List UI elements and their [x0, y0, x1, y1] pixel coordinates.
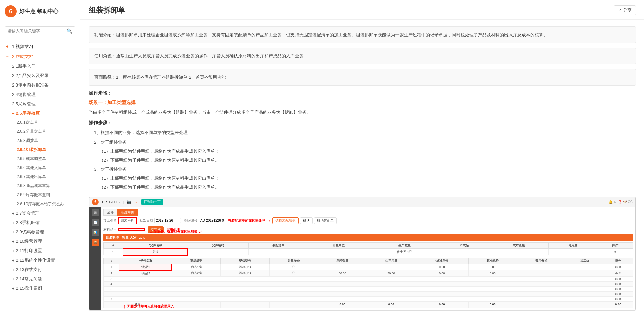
sidebar-item-video[interactable]: + 1.视频学习 — [0, 42, 80, 52]
plus-icon-faq: + — [12, 277, 15, 282]
sidebar-item-ledger-query[interactable]: 2.6.9库存账本查询 — [0, 190, 80, 200]
ltd-code1: 商品1编 — [172, 264, 220, 270]
share-button[interactable]: ↗ 分享 — [614, 5, 636, 15]
app-left-sidebar: ⊞ 📄 📊 📦 — [89, 207, 101, 310]
ltd-child-name2: *商品2 — [119, 270, 172, 277]
app-tab-new[interactable]: 新建单据 — [117, 209, 138, 216]
ltd-num4: 4 — [104, 281, 119, 286]
app-annotation2-text: 组装业务、拆卸业务在这里切换 — [150, 229, 197, 234]
sidebar-item-cases[interactable]: + 2.15操作案例 — [0, 284, 80, 293]
ltd-uqty2: 30:00 — [318, 270, 367, 277]
sidebar-item-finance[interactable]: + 2.7资金管理 — [0, 209, 80, 218]
table-row: 6 ⊕ ⊗ — [104, 291, 633, 296]
plus-icon: + — [5, 44, 10, 49]
app-tabs: 全部 新建单据 — [103, 209, 633, 216]
ltd-unit1: 只 — [269, 264, 318, 270]
scene1-title: 场景一：加工类型选择 — [89, 100, 636, 106]
sidebar-item-beginner[interactable]: 2.1新手入门 — [0, 62, 80, 71]
app-field-date: 批次日期 — [140, 218, 181, 223]
sidebar-item-cost-recalc[interactable]: 2.6.8商品成本重算 — [0, 181, 80, 190]
table-totals-row: 合计 0.00 0.06 0.00 0.00 — [104, 301, 633, 308]
sidebar-item-coupon[interactable]: + 2.9优惠券管理 — [0, 227, 80, 237]
intro-block-1: 功能介绍：组装拆卸单用来处理企业组装或拆卸等加工业务，支持有固定装配清单的产品加… — [89, 26, 636, 43]
ltd-sprice1: 0.00 — [416, 264, 468, 270]
search-button[interactable]: 🔍 — [67, 28, 72, 34]
ltd-total-action: 0.00 — [603, 301, 633, 308]
sidebar-item-print[interactable]: + 2.11打印设置 — [0, 246, 80, 256]
ltd-total-empty2 — [221, 301, 269, 308]
sidebar-item-data-prep[interactable]: 2.3使用前数据准备 — [0, 80, 80, 90]
lth-num: # — [104, 258, 119, 264]
app-sidebar-home-icon: ⊞ — [92, 209, 99, 216]
step2-2: （2）下部明细为子件明细，最终作为原材料生成其它出库单。 — [89, 156, 636, 165]
lth-prod-qty: 生产用量 — [367, 258, 416, 264]
sidebar-item-mobile[interactable]: + 2.8手机旺铺 — [0, 218, 80, 227]
sidebar-item-assembly[interactable]: 2.6.4组装拆卸单 — [0, 145, 80, 154]
plus-icon-print: + — [12, 248, 15, 254]
app-tab-list[interactable]: 全部 — [103, 209, 117, 216]
th-avail: 可用量 — [549, 242, 597, 249]
td-bom-cell — [248, 249, 309, 255]
ltd-action5: ⊕ ⊗ — [603, 286, 633, 291]
step3-2: （2）下部明细为子件明细，最终作为产成品生成其它入库单。 — [89, 183, 636, 192]
ltd-num1: 1 — [104, 264, 119, 270]
app-field-orderid-input[interactable] — [199, 218, 225, 223]
plus-icon-personalize: + — [12, 258, 15, 263]
app-field-type-label: 加工类型 — [103, 218, 117, 223]
sidebar-item-payment[interactable]: + 2.13在线支付 — [0, 265, 80, 274]
sidebar-item-faq[interactable]: + 2.14常见问题 — [0, 274, 80, 284]
app-upper-table: # *父件名称 父件编码 装配清单 计量单位 生产数量 产成品 成本金额 可用量 — [103, 242, 633, 256]
ltd-child-name3 — [119, 276, 172, 281]
sidebar-item-install[interactable]: 2.2产品安装及登录 — [0, 71, 80, 80]
step2: 2、对于组装业务 — [89, 138, 636, 147]
search-box: 🔍 — [5, 26, 75, 35]
page-title: 组装拆卸单 — [89, 5, 125, 15]
ltd-action3: ⊕ ⊗ — [603, 276, 633, 281]
ltd-pqty1 — [367, 264, 416, 270]
ltd-total-v1: 0.00 — [318, 301, 367, 308]
app-field-orderid: 单据编号 — [184, 218, 225, 223]
sidebar-item-help-docs[interactable]: − 2.帮助文档 — [0, 52, 80, 62]
ltd-empty3 — [172, 276, 603, 281]
sidebar-item-sales[interactable]: 2.4销售管理 — [0, 90, 80, 99]
logo-text: 好生意 帮助中心 — [19, 8, 58, 15]
minus-icon: − — [5, 54, 10, 59]
plus-icon-mobile: + — [12, 220, 15, 225]
ltd-empty7 — [119, 296, 603, 301]
ltd-share1 — [517, 264, 566, 270]
sidebar-item-other-outbound[interactable]: 2.6.7其他出库单 — [0, 172, 80, 181]
sidebar-item-inventory[interactable]: − 2.6库存核算 — [0, 109, 80, 118]
sidebar-item-ops[interactable]: + 2.10经营管理 — [0, 237, 80, 246]
sidebar-item-inventory-detail[interactable]: 2.6.2分量盘点单 — [0, 127, 80, 136]
ltd-empty6 — [119, 291, 603, 296]
table-row: 2 *商品2 商品2编 规格(+1) 只 30:00 30:00 0.00 0. — [104, 270, 633, 277]
lth-unit: 计量单位 — [269, 258, 318, 264]
lth-std-price: *标准单价 — [416, 258, 468, 264]
sidebar-item-purchase[interactable]: 2.5采购管理 — [0, 99, 80, 109]
sidebar-item-ledger-fix[interactable]: 2.6.10库存账本错了怎么办 — [0, 200, 80, 209]
app-lower-table: # *子件名称 商品编码 规格型号 计量单位 单耗数量 生产用量 *标准单价 标 — [103, 258, 633, 308]
app-select-bom-btn[interactable]: 选择装配清单 — [272, 217, 299, 224]
app-cancel-btn[interactable]: 取消其他单 — [314, 217, 337, 224]
ltd-action4: ⊕ ⊗ — [603, 281, 633, 286]
app-topbar-green-btn: 回到前一页 — [141, 199, 163, 205]
app-field-date-input[interactable] — [154, 218, 181, 223]
sidebar-item-other-inbound[interactable]: 2.6.6其他入库单 — [0, 163, 80, 172]
lth-child-name: *子件名称 — [119, 258, 172, 264]
sidebar-item-personalize[interactable]: + 2.12系统个性化设置 — [0, 256, 80, 265]
ltd-sprice2: 0.00 — [416, 270, 468, 277]
app-confirm-btn[interactable]: 确认 — [300, 217, 313, 224]
app-annotation2-area: 组装业务、拆卸业务在这里切换 ↙ — [150, 229, 203, 234]
sidebar-item-cost-adjust[interactable]: 2.6.5成本调整单 — [0, 154, 80, 163]
ltd-stotal1: 0.00 — [468, 264, 517, 270]
logo-icon: 6 — [5, 5, 17, 17]
ltd-action7: ⊕ ⊗ — [603, 296, 633, 301]
sidebar-item-inventory-check[interactable]: 2.6.1盘点单 — [0, 118, 80, 127]
app-annotation1-area: 有装配清单的在这里处理 → 选择装配清单 确认 取消其他单 — [228, 217, 337, 224]
intro-block-3: 页面路径：1、库存核算->库存管理->组装拆卸单 2、首页->常用功能 — [89, 69, 636, 86]
search-input[interactable] — [8, 29, 67, 33]
ltd-total-v5 — [517, 301, 566, 308]
sidebar-item-transfer[interactable]: 2.6.3调拨单 — [0, 136, 80, 145]
ltd-num2: 2 — [104, 270, 119, 277]
app-sidebar-doc-icon: 📄 — [92, 219, 99, 226]
